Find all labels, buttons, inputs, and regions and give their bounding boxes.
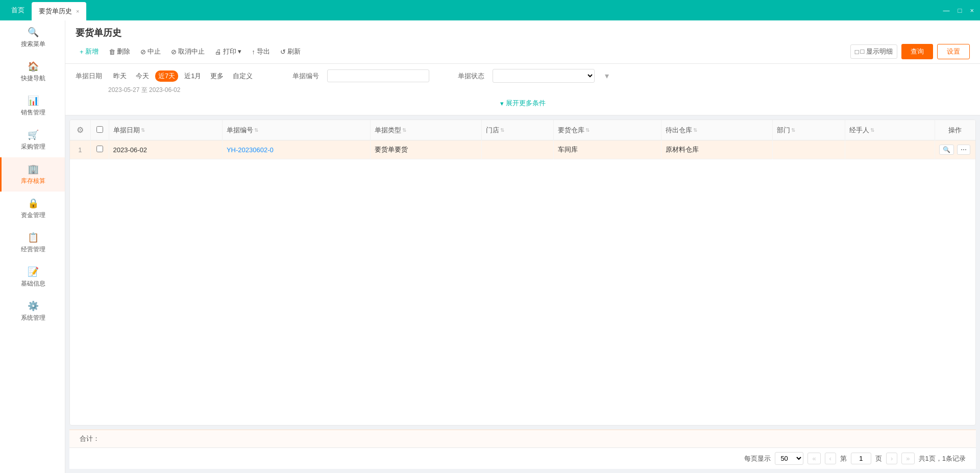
new-icon: + — [80, 48, 84, 56]
sort-doc-date[interactable]: 单据日期 ⇅ — [113, 126, 145, 135]
sort-doc-type[interactable]: 单据类型 ⇅ — [375, 126, 406, 135]
search-menu-icon: 🔍 — [28, 27, 39, 38]
th-handler[interactable]: 经手人 ⇅ — [845, 120, 935, 140]
print-icon: 🖨 — [215, 48, 222, 56]
sort-req-warehouse[interactable]: 要货仓库 ⇅ — [558, 126, 590, 135]
refresh-button[interactable]: ↺ 刷新 — [276, 45, 305, 58]
row-handler — [845, 140, 935, 159]
window-maximize-btn[interactable]: □ — [958, 7, 962, 14]
toolbar: + 新增 🗑 删除 ⊘ 中止 ⊘ 取消中止 🖨 打印 ▾ — [76, 44, 970, 63]
top-bar: 首页 要货单历史 × — □ × — [0, 0, 980, 20]
row-checkbox[interactable] — [96, 146, 103, 152]
filter-area: 单据日期 昨天 今天 近7天 近1月 更多 自定义 单据编号 单据状态 — [65, 64, 980, 115]
page-title: 要货单历史 — [76, 27, 970, 39]
shortcut-custom[interactable]: 自定义 — [230, 70, 256, 82]
sidebar-basic-info-label: 基础信息 — [21, 279, 45, 288]
setting-button[interactable]: 设置 — [937, 44, 970, 59]
select-all-checkbox[interactable] — [96, 126, 103, 133]
expand-more-btn[interactable]: ▾ 展开更多条件 — [76, 97, 970, 110]
sidebar-item-finance-mgmt[interactable]: 🔒 资金管理 — [0, 192, 65, 226]
th-operation: 操作 — [935, 120, 975, 140]
doc-no-input[interactable] — [327, 69, 429, 82]
window-close-btn[interactable]: × — [970, 7, 974, 14]
row-doc-no[interactable]: YH-20230602-0 — [222, 140, 370, 159]
th-doc-type[interactable]: 单据类型 ⇅ — [370, 120, 481, 140]
th-req-warehouse[interactable]: 要货仓库 ⇅ — [554, 120, 661, 140]
sidebar-item-sales-mgmt[interactable]: 📊 销售管理 — [0, 89, 65, 123]
th-pending-warehouse[interactable]: 待出仓库 ⇅ — [661, 120, 772, 140]
doc-status-select[interactable] — [493, 69, 595, 83]
th-doc-no[interactable]: 单据编号 ⇅ — [222, 120, 370, 140]
page-header: 要货单历史 + 新增 🗑 删除 ⊘ 中止 ⊘ 取消中止 — [65, 20, 980, 64]
row-num: 1 — [70, 140, 90, 159]
requisition-tab-label: 要货单历史 — [39, 7, 72, 16]
th-department-label: 部门 — [777, 126, 790, 135]
print-button[interactable]: 🖨 打印 ▾ — [211, 45, 246, 58]
th-department[interactable]: 部门 ⇅ — [773, 120, 845, 140]
delete-icon: 🗑 — [109, 48, 115, 56]
sidebar-item-system-mgmt[interactable]: ⚙️ 系统管理 — [0, 294, 65, 328]
prev-page-btn[interactable]: ‹ — [825, 453, 836, 464]
table-body: 1 2023-06-02 YH-20230602-0 要货单要货 车间库 原材料… — [70, 140, 975, 159]
delete-button[interactable]: 🗑 删除 — [105, 45, 134, 58]
sort-handler[interactable]: 经手人 ⇅ — [849, 126, 874, 135]
first-page-btn[interactable]: « — [807, 453, 820, 464]
display-detail-icon: □ — [855, 48, 859, 56]
sidebar-search-menu-label: 搜索菜单 — [21, 40, 45, 49]
purchase-icon: 🛒 — [28, 129, 39, 140]
quick-nav-icon: 🏠 — [28, 61, 39, 72]
table-settings-icon[interactable]: ⚙ — [77, 126, 84, 134]
shortcut-yesterday[interactable]: 昨天 — [110, 70, 130, 82]
sidebar-item-inventory-calc[interactable]: 🏢 库存核算 — [0, 157, 65, 192]
sidebar-operation-label: 经营管理 — [21, 245, 45, 254]
sort-store[interactable]: 门店 ⇅ — [486, 126, 504, 135]
per-page-select[interactable]: 50 10 20 100 — [775, 452, 803, 465]
th-operation-label: 操作 — [948, 126, 962, 134]
new-label: 新增 — [85, 47, 99, 56]
sidebar-sales-label: 销售管理 — [21, 108, 45, 117]
last-page-btn[interactable]: » — [901, 453, 914, 464]
export-button[interactable]: ↑ 导出 — [248, 45, 274, 58]
sidebar-item-quick-nav[interactable]: 🏠 快捷导航 — [0, 55, 65, 89]
cancel-stop-label: 取消中止 — [178, 47, 205, 56]
th-settings[interactable]: ⚙ — [70, 120, 90, 140]
page-label: 第 — [840, 454, 847, 463]
th-handler-label: 经手人 — [849, 126, 869, 135]
th-store-label: 门店 — [486, 126, 499, 135]
next-page-btn[interactable]: › — [886, 453, 897, 464]
sort-handler-icon: ⇅ — [870, 127, 874, 133]
new-button[interactable]: + 新增 — [76, 45, 103, 58]
row-store — [482, 140, 554, 159]
sidebar-item-search-menu[interactable]: 🔍 搜索菜单 — [0, 20, 65, 55]
row-view-btn[interactable]: 🔍 — [939, 145, 954, 155]
table-footer: 合计： — [69, 430, 976, 447]
page-input[interactable] — [851, 453, 871, 464]
shortcut-7days[interactable]: 近7天 — [155, 70, 178, 82]
home-tab-label: 首页 — [11, 6, 24, 15]
window-minimize-btn[interactable]: — — [943, 7, 950, 14]
shortcut-today[interactable]: 今天 — [133, 70, 152, 82]
th-doc-date[interactable]: 单据日期 ⇅ — [109, 120, 222, 140]
sort-req-warehouse-icon: ⇅ — [585, 127, 590, 133]
shortcut-more[interactable]: 更多 — [207, 70, 227, 82]
close-tab-icon[interactable]: × — [76, 8, 79, 14]
display-detail-label: □ 显示明细 — [861, 47, 893, 56]
stop-button[interactable]: ⊘ 中止 — [136, 45, 165, 58]
tab-requisition-history[interactable]: 要货单历史 × — [32, 2, 86, 20]
sort-pending-warehouse[interactable]: 待出仓库 ⇅ — [666, 126, 697, 135]
per-page-label: 每页显示 — [744, 454, 771, 463]
pagination-bar: 每页显示 50 10 20 100 « ‹ 第 页 › » 共1页，1条记录 — [69, 447, 976, 469]
doc-no-link[interactable]: YH-20230602-0 — [227, 146, 274, 154]
sidebar-item-purchase-mgmt[interactable]: 🛒 采购管理 — [0, 123, 65, 157]
shortcut-1month[interactable]: 近1月 — [181, 70, 204, 82]
sort-department[interactable]: 部门 ⇅ — [777, 126, 795, 135]
row-more-btn[interactable]: ⋯ — [957, 145, 970, 155]
sidebar-item-operation-mgmt[interactable]: 📋 经营管理 — [0, 226, 65, 260]
query-button[interactable]: 查询 — [901, 44, 933, 59]
sort-doc-no[interactable]: 单据编号 ⇅ — [227, 126, 258, 135]
display-detail-button[interactable]: □ □ 显示明细 — [850, 44, 897, 59]
th-store[interactable]: 门店 ⇅ — [482, 120, 554, 140]
tab-home[interactable]: 首页 — [4, 0, 32, 20]
sidebar-item-basic-info[interactable]: 📝 基础信息 — [0, 260, 65, 294]
cancel-stop-button[interactable]: ⊘ 取消中止 — [167, 45, 209, 58]
